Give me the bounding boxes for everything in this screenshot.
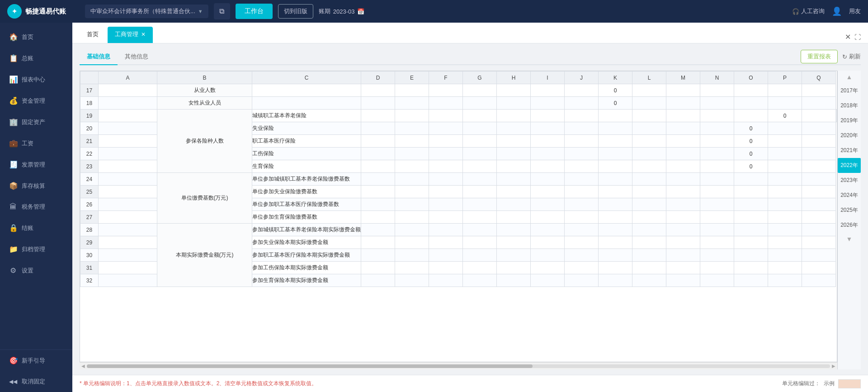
year-up-btn[interactable]: ▲ — [838, 71, 861, 83]
expand-icon[interactable]: ⛶ — [854, 33, 861, 41]
sidebar-item-fund-mgmt[interactable]: 💰 资金管理 — [0, 90, 72, 111]
cell-22-o[interactable]: 0 — [734, 148, 768, 160]
sidebar-item-general-ledger[interactable]: 📋 总账 — [0, 48, 72, 69]
cell-24-b-group[interactable]: 单位缴费基数(万元) — [157, 173, 252, 224]
cell-18-j[interactable] — [565, 97, 599, 110]
cell-18-i[interactable] — [531, 97, 565, 110]
cell-26-c[interactable]: 单位参加职工基本医疗保险缴费基数 — [252, 198, 361, 211]
cell-21-c[interactable]: 职工基本医疗保险 — [252, 135, 361, 148]
cell-18-n[interactable] — [700, 97, 734, 110]
cell-19-c[interactable]: 城镇职工基本养老保险 — [252, 110, 361, 122]
sidebar-item-new-guide[interactable]: 🎯 新手引导 — [0, 350, 72, 371]
refresh-button[interactable]: ↻ 刷新 — [842, 50, 861, 63]
cell-17-p[interactable] — [768, 84, 802, 97]
company-selector[interactable]: 中审众环会计师事务所（特殊普通合伙... ▼ — [85, 5, 208, 18]
cell-18-f[interactable] — [429, 97, 463, 110]
cell-20-o[interactable]: 0 — [734, 122, 768, 135]
cell-17-f[interactable] — [429, 84, 463, 97]
cell-17-n[interactable] — [700, 84, 734, 97]
sidebar-item-payroll[interactable]: 💼 工资 — [0, 133, 72, 154]
year-item-2021[interactable]: 2021年 — [838, 143, 861, 158]
cell-17-e[interactable] — [395, 84, 429, 97]
switch-version-button[interactable]: 切到旧版 — [278, 4, 313, 19]
cell-18-l[interactable] — [632, 97, 666, 110]
cell-23-o[interactable]: 0 — [734, 160, 768, 173]
cell-18-g[interactable] — [463, 97, 497, 110]
cell-17-a[interactable] — [99, 84, 157, 97]
cell-17-q[interactable] — [802, 84, 836, 97]
cell-28-c[interactable]: 参加城镇职工基本养老保险本期实际缴费金额 — [252, 224, 361, 236]
cell-17-j[interactable] — [565, 84, 599, 97]
cell-21-o[interactable]: 0 — [734, 135, 768, 148]
year-item-2026[interactable]: 2026年 — [838, 218, 861, 233]
year-item-2022[interactable]: 2022年 — [838, 158, 861, 173]
calendar-icon[interactable]: 📅 — [357, 8, 364, 15]
sidebar-item-fixed-assets[interactable]: 🏢 固定资产 — [0, 111, 72, 133]
year-item-2018[interactable]: 2018年 — [838, 98, 861, 113]
sidebar-item-closing[interactable]: 🔒 结账 — [0, 217, 72, 239]
tab-close-icon[interactable]: ✕ — [141, 31, 146, 38]
cell-29-c[interactable]: 参加失业保险本期实际缴费金额 — [252, 236, 361, 249]
consult-btn[interactable]: 🎧 人工咨询 — [792, 7, 825, 15]
year-item-2017[interactable]: 2017年 — [838, 83, 861, 98]
cell-32-c[interactable]: 参加生育保险本期实际缴费金额 — [252, 274, 361, 287]
sidebar-item-settings[interactable]: ⚙ 设置 — [0, 260, 72, 281]
cell-22-c[interactable]: 工伤保险 — [252, 148, 361, 160]
cell-24-c[interactable]: 单位参加城镇职工基本养老保险缴费基数 — [252, 173, 361, 186]
cell-18-c[interactable] — [252, 97, 361, 110]
cell-17-i[interactable] — [531, 84, 565, 97]
cell-18-b[interactable]: 女性从业人员 — [157, 97, 252, 110]
cell-30-c[interactable]: 参加职工基本医疗保险本期实际缴费金额 — [252, 249, 361, 262]
sidebar-item-unpin[interactable]: ◀◀ 取消固定 — [0, 371, 72, 392]
cell-17-d[interactable] — [361, 84, 395, 97]
cell-17-c[interactable] — [252, 84, 361, 97]
close-panel-icon[interactable]: ✕ — [845, 33, 851, 41]
workbench-button[interactable]: 工作台 — [236, 4, 273, 19]
year-item-2019[interactable]: 2019年 — [838, 113, 861, 128]
cell-18-q[interactable] — [802, 97, 836, 110]
tab-business-mgmt[interactable]: 工商管理 ✕ — [108, 27, 153, 43]
year-item-2024[interactable]: 2024年 — [838, 188, 861, 203]
cell-19-b-group[interactable]: 参保各险种人数 — [157, 110, 252, 173]
cell-19-o[interactable]: 0 — [768, 110, 802, 122]
cell-18-m[interactable] — [666, 97, 700, 110]
cell-18-a[interactable] — [99, 97, 157, 110]
sub-tab-basic-info[interactable]: 基础信息 — [80, 49, 118, 65]
h-scrollbar[interactable]: ◀ ▶ — [80, 362, 837, 369]
cell-31-c[interactable]: 参加工伤保险本期实际缴费金额 — [252, 262, 361, 274]
cell-18-e[interactable] — [395, 97, 429, 110]
cell-27-c[interactable]: 单位参加生育保险缴费基数 — [252, 211, 361, 224]
cell-19-a[interactable] — [99, 110, 157, 122]
sidebar-item-inventory[interactable]: 📦 库存核算 — [0, 175, 72, 196]
sub-tab-other-info[interactable]: 其他信息 — [118, 49, 156, 65]
cell-23-c[interactable]: 生育保险 — [252, 160, 361, 173]
sidebar-item-invoice-mgmt[interactable]: 🧾 发票管理 — [0, 154, 72, 175]
cell-18-k[interactable]: 0 — [599, 97, 632, 110]
tab-home[interactable]: 首页 — [80, 27, 106, 43]
year-item-2020[interactable]: 2020年 — [838, 128, 861, 143]
sidebar-item-report-center[interactable]: 📊 报表中心 — [0, 69, 72, 90]
reset-report-button[interactable]: 重置报表 — [801, 50, 838, 63]
copy-icon-btn[interactable]: ⧉ — [214, 3, 230, 19]
sidebar-item-tax-mgmt[interactable]: 🏛 税务管理 — [0, 196, 72, 217]
cell-18-o[interactable] — [734, 97, 768, 110]
cell-17-g[interactable] — [463, 84, 497, 97]
cell-17-h[interactable] — [497, 84, 531, 97]
year-item-2025[interactable]: 2025年 — [838, 203, 861, 218]
cell-18-d[interactable] — [361, 97, 395, 110]
cell-17-o[interactable] — [734, 84, 768, 97]
cell-18-p[interactable] — [768, 97, 802, 110]
cell-18-h[interactable] — [497, 97, 531, 110]
year-item-2023[interactable]: 2023年 — [838, 173, 861, 188]
spreadsheet-wrapper[interactable]: A B C D E F G H I J — [80, 71, 837, 362]
cell-17-l[interactable] — [632, 84, 666, 97]
sidebar-item-archive[interactable]: 📁 归档管理 — [0, 239, 72, 260]
cell-25-c[interactable]: 单位参加失业保险缴费基数 — [252, 186, 361, 198]
year-down-btn[interactable]: ▼ — [838, 233, 861, 245]
cell-17-b[interactable]: 从业人数 — [157, 84, 252, 97]
cell-20-c[interactable]: 失业保险 — [252, 122, 361, 135]
cell-17-k[interactable]: 0 — [599, 84, 632, 97]
sidebar-item-home[interactable]: 🏠 首页 — [0, 26, 72, 48]
cell-28-b-group[interactable]: 本期实际缴费金额(万元) — [157, 224, 252, 287]
cell-17-m[interactable] — [666, 84, 700, 97]
